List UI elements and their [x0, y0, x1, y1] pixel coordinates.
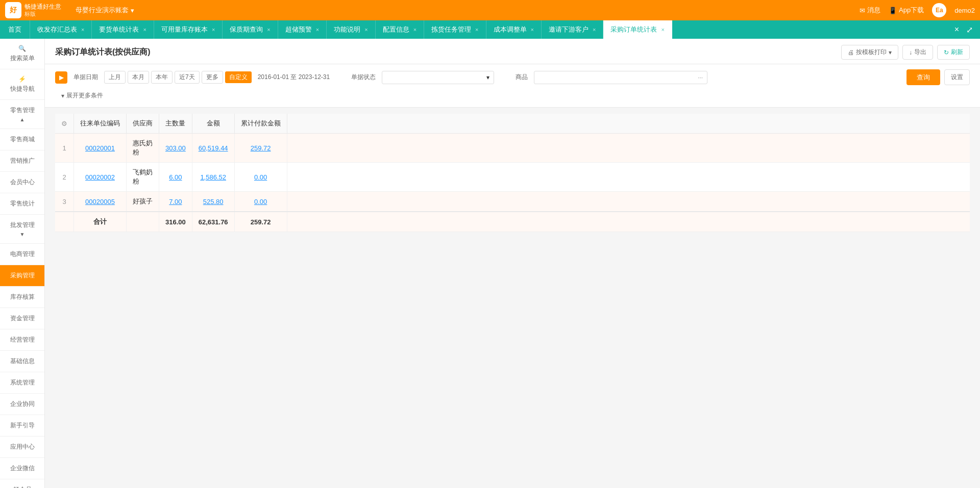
stock-book-tab-label: 可用量库存账本 [161, 25, 208, 34]
refresh-button[interactable]: ↻ 刷新 [937, 45, 970, 60]
message-button[interactable]: ✉ 消息 [860, 6, 880, 15]
top-bar-left: 好 畅捷通好生意 标版 母婴行业演示账套 ▾ [5, 2, 134, 18]
func-desc-tab-label: 功能说明 [334, 25, 360, 34]
row-qty[interactable]: 303.00 [159, 134, 192, 163]
close-icon[interactable]: × [413, 27, 416, 33]
tab-home[interactable]: 首页 [0, 20, 30, 39]
tab-purchase-stats[interactable]: 采购订单统计表 × [603, 20, 672, 39]
row-empty [287, 163, 970, 192]
search-button[interactable]: 查询 [906, 69, 940, 85]
sidebar-item-basic[interactable]: 基础信息 [0, 351, 44, 372]
tab-cost-adj[interactable]: 成本调整单 × [486, 20, 542, 39]
close-icon[interactable]: × [143, 27, 146, 33]
purchase-stats-tab-label: 采购订单统计表 [610, 25, 657, 34]
row-paid[interactable]: 0.00 [234, 163, 287, 192]
filter-toggle-button[interactable]: ▶ [55, 71, 67, 84]
sidebar-item-system[interactable]: 系统管理 [0, 372, 44, 394]
sidebar-item-retail-stats[interactable]: 零售统计 [0, 193, 44, 215]
close-icon[interactable]: × [661, 27, 664, 33]
tab-overstock[interactable]: 超储预警 × [278, 20, 327, 39]
sidebar-item-quick-nav[interactable]: ⚡ 快捷导航 [0, 69, 44, 100]
tab-collect[interactable]: 收发存汇总表 × [30, 20, 92, 39]
tab-pick-task[interactable]: 拣货任务管理 × [424, 20, 486, 39]
col-settings[interactable]: ⚙ [55, 114, 74, 134]
sidebar-item-member2[interactable]: 畅会员 [0, 479, 44, 488]
date-btn-7days[interactable]: 近7天 [175, 71, 200, 84]
sidebar-item-inventory[interactable]: 库存核算 [0, 287, 44, 308]
maximize-button[interactable]: ⤢ [963, 24, 976, 36]
tab-order-stats[interactable]: 要货单统计表 × [92, 20, 154, 39]
sidebar-item-member[interactable]: 会员中心 [0, 172, 44, 193]
print-icon: 🖨 [848, 49, 854, 56]
table-row: 1 00020001 惠氏奶粉 303.00 60,519.44 259.72 [55, 134, 970, 163]
expand-more-button[interactable]: ▾ 展开更多条件 [55, 89, 109, 102]
row-paid[interactable]: 259.72 [234, 134, 287, 163]
sidebar-item-ecommerce[interactable]: 电商管理 [0, 244, 44, 265]
sidebar-item-wechat[interactable]: 企业微信 [0, 458, 44, 479]
sidebar-item-ops[interactable]: 经营管理 [0, 329, 44, 351]
close-icon[interactable]: × [316, 27, 319, 33]
close-icon[interactable]: × [475, 27, 478, 33]
col-amount: 金额 [192, 114, 234, 134]
app-download-button[interactable]: 📱 App下载 [889, 6, 924, 15]
filter-area: ▶ 单据日期 上月 本月 本年 近7天 更多 自定义 2016-01-01 至 … [45, 64, 980, 108]
col-supplier: 供应商 [127, 114, 159, 134]
row-qty[interactable]: 7.00 [159, 192, 192, 212]
row-qty[interactable]: 6.00 [159, 163, 192, 192]
sidebar-item-search[interactable]: 🔍 搜索菜单 [0, 39, 44, 69]
footer-paid: 259.72 [234, 212, 287, 232]
close-all-tabs-button[interactable]: × [951, 24, 962, 35]
row-code[interactable]: 00020002 [74, 163, 127, 192]
close-icon[interactable]: × [267, 27, 270, 33]
tab-func-desc[interactable]: 功能说明 × [327, 20, 375, 39]
workspace-selector[interactable]: 母婴行业演示账套 ▾ [76, 6, 134, 15]
row-code[interactable]: 00020005 [74, 192, 127, 212]
close-icon[interactable]: × [212, 27, 215, 33]
col-paid: 累计付款金额 [234, 114, 287, 134]
row-code[interactable]: 00020001 [74, 134, 127, 163]
col-qty: 主数量 [159, 114, 192, 134]
tab-stock-book[interactable]: 可用量库存账本 × [154, 20, 223, 39]
tab-invite[interactable]: 邀请下游客户 × [542, 20, 603, 39]
phone-icon: 📱 [889, 7, 897, 14]
setting-button[interactable]: 设置 [944, 69, 970, 85]
chevron-down-icon: ▼ [20, 232, 25, 237]
export-button[interactable]: ↓ 导出 [902, 45, 933, 60]
close-icon[interactable]: × [531, 27, 534, 33]
row-empty [287, 134, 970, 163]
row-amount[interactable]: 60,519.44 [192, 134, 234, 163]
avatar[interactable]: Ea [932, 3, 946, 17]
sidebar-item-purchase[interactable]: 采购管理 [0, 265, 44, 287]
print-button[interactable]: 🖨 按模板打印 ▾ [841, 45, 898, 60]
goods-filter-label: 商品 [516, 73, 528, 82]
close-icon[interactable]: × [364, 27, 368, 33]
sidebar-item-retail-shop[interactable]: 零售商城 [0, 129, 44, 150]
close-icon[interactable]: × [81, 27, 84, 33]
status-filter-label: 单据状态 [351, 73, 376, 82]
status-select[interactable]: ▾ [382, 71, 494, 84]
date-btn-custom[interactable]: 自定义 [225, 71, 252, 83]
sidebar-item-newbie[interactable]: 新手引导 [0, 415, 44, 436]
sidebar-item-collab[interactable]: 企业协同 [0, 394, 44, 415]
invite-tab-label: 邀请下游客户 [549, 25, 589, 34]
tab-warranty[interactable]: 保质期查询 × [223, 20, 278, 39]
cost-adj-tab-label: 成本调整单 [494, 25, 527, 34]
date-btn-this-year[interactable]: 本年 [151, 71, 173, 84]
sidebar-item-wholesale[interactable]: 批发管理 ▼ [0, 215, 44, 244]
sidebar-item-marketing[interactable]: 营销推广 [0, 150, 44, 172]
date-btn-more[interactable]: 更多 [202, 71, 223, 84]
message-icon: ✉ [860, 7, 865, 14]
sidebar-item-retail-mgmt[interactable]: 零售管理 ▲ [0, 100, 44, 129]
date-btn-last-month[interactable]: 上月 [104, 71, 126, 84]
row-index: 3 [55, 192, 74, 212]
row-amount[interactable]: 1,586.52 [192, 163, 234, 192]
tab-config[interactable]: 配置信息 × [376, 20, 424, 39]
row-amount[interactable]: 525.80 [192, 192, 234, 212]
sidebar-item-finance[interactable]: 资金管理 [0, 308, 44, 329]
sidebar-item-app-center[interactable]: 应用中心 [0, 436, 44, 458]
close-icon[interactable]: × [593, 27, 596, 33]
date-btn-this-month[interactable]: 本月 [128, 71, 149, 84]
refresh-icon: ↻ [944, 49, 949, 56]
row-paid[interactable]: 0.00 [234, 192, 287, 212]
goods-input[interactable]: ··· [534, 71, 707, 84]
